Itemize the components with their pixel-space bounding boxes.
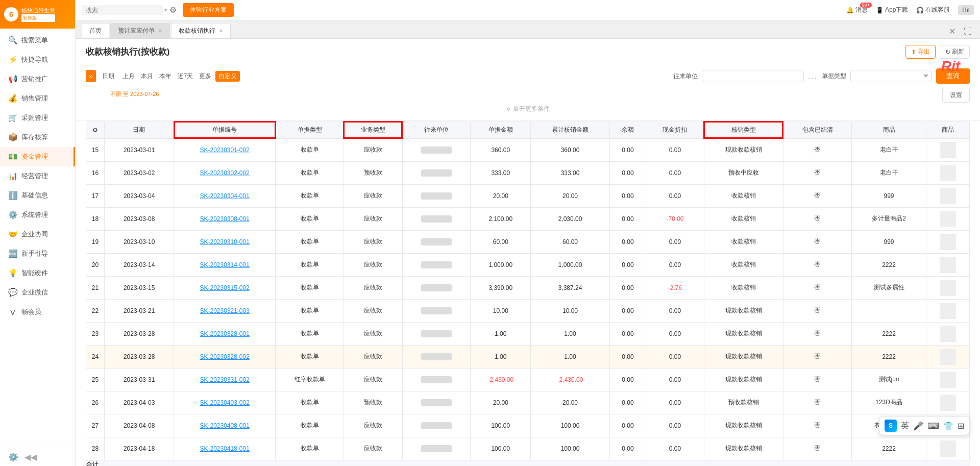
col-gear[interactable]: ⚙ <box>86 121 105 138</box>
search-wrap[interactable]: ▾ <box>82 5 163 15</box>
row-verify-type: 现款收款核销 <box>704 368 783 391</box>
sidebar-item-marketing[interactable]: 📢营销推广 <box>0 69 75 89</box>
tab-collect[interactable]: 收款核销执行 ✕ <box>171 23 231 38</box>
tab-pending[interactable]: 预计应应付单 ✕ <box>110 23 170 38</box>
voucher-no-link[interactable]: SK-20230328-001 <box>200 330 249 337</box>
guide-icon: 🆕 <box>8 249 17 258</box>
sidebar-item-purchase[interactable]: 🛒采购管理 <box>0 108 75 128</box>
table-row: 24 2023-03-28 SK-20230328-002 收款单 应收款 1.… <box>86 345 970 368</box>
voucher-no-link[interactable]: SK-20230310-001 <box>200 238 249 246</box>
row-amount: 333.00 <box>471 161 531 184</box>
tab-close-all-button[interactable]: ✕ <box>947 24 958 38</box>
voucher-no-link[interactable]: SK-20230315-002 <box>200 284 249 291</box>
voucher-no-link[interactable]: SK-20230418-001 <box>200 445 249 452</box>
tab-fullscreen-button[interactable]: ⛶ <box>962 25 974 38</box>
date-custom-button[interactable]: 自定义 <box>215 71 240 82</box>
tab-collect-close[interactable]: ✕ <box>219 28 223 34</box>
solution-button[interactable]: 体验行业方案 <box>183 3 234 17</box>
voucher-no-link[interactable]: SK-20230302-002 <box>200 169 249 177</box>
content-area: 收款核销执行(按收款) ⬆ 导出 ↻ 刷新 » 日期 上月 本月 <box>76 39 980 466</box>
date-last-month-button[interactable]: 上月 <box>120 71 137 82</box>
table-row: 22 2023-03-21 SK-20230321-003 收款单 应收款 10… <box>86 299 970 322</box>
partner-input[interactable] <box>702 70 804 82</box>
voucher-no-link[interactable]: SK-20230328-002 <box>200 353 249 360</box>
row-verify-type: 收款核销 <box>704 253 783 276</box>
sidebar-item-wechat[interactable]: 💬企业微信 <box>0 283 75 302</box>
query-button[interactable]: 查询 <box>936 68 970 84</box>
table-footer: 合计 <box>86 460 970 466</box>
filter-row-1: » 日期 上月 本月 本年 近7天 更多 自定义 往来单位 ... 单据类型 <box>86 68 970 84</box>
sidebar-item-ops[interactable]: 📊经营管理 <box>0 166 75 186</box>
row-no: 16 <box>86 161 105 184</box>
table-row: 23 2023-03-28 SK-20230328-001 收款单 应收款 1.… <box>86 322 970 345</box>
voucher-type-select[interactable] <box>850 70 932 82</box>
online-service-button[interactable]: 🎧 在线客服 <box>916 6 950 14</box>
sidebar-item-sys[interactable]: ⚙️系统管理 <box>0 205 75 225</box>
ops-icon: 📊 <box>8 171 17 181</box>
sidebar-item-label: 经营管理 <box>21 171 48 181</box>
collapse-icon[interactable]: ◀◀ <box>24 452 37 462</box>
row-include-settled: 否 <box>783 138 852 161</box>
row-partner <box>402 276 471 299</box>
voucher-no-link[interactable]: SK-20230301-002 <box>200 146 249 154</box>
table-row: 28 2023-04-18 SK-20230418-001 收款单 应收款 10… <box>86 437 970 460</box>
date-this-year-button[interactable]: 本年 <box>157 71 174 82</box>
row-voucher-type: 收款单 <box>276 161 344 184</box>
date-more-button[interactable]: 更多 <box>197 71 213 82</box>
float-toolbar-mic-icon[interactable]: 🎤 <box>913 421 923 431</box>
voucher-no-link[interactable]: SK-20230408-001 <box>200 422 249 429</box>
message-button[interactable]: 🔔 消息 99+ <box>846 6 868 14</box>
tab-pending-close[interactable]: ✕ <box>158 28 162 34</box>
sidebar-item-corp[interactable]: 🤝企业协同 <box>0 225 75 244</box>
expand-more-label: 展开更多条件 <box>513 105 550 113</box>
row-date: 2023-03-31 <box>105 368 174 391</box>
sidebar-item-guide[interactable]: 🆕新手引导 <box>0 244 75 263</box>
row-date: 2023-03-14 <box>105 253 174 276</box>
topbar: ▾ ⚙ 体验行业方案 🔔 消息 99+ 📱 App下载 🎧 在线客服 Rit <box>76 0 980 20</box>
sidebar-item-inventory[interactable]: 📦库存核算 <box>0 128 75 147</box>
row-biz-type: 应收款 <box>344 207 402 230</box>
float-toolbar-keyboard-icon[interactable]: ⌨ <box>927 421 939 431</box>
table-header: ⚙ 日期 单据编号 单据类型 业务类型 往来单位 单据金额 累计核销金额 余额 … <box>86 121 970 138</box>
filter-expand-button[interactable]: » <box>86 70 96 82</box>
float-toolbar-grid-icon[interactable]: ⊞ <box>958 421 964 431</box>
sidebar-item-basic[interactable]: ℹ️基础信息 <box>0 186 75 205</box>
sidebar-item-finance[interactable]: 💵资金管理 <box>0 147 75 166</box>
voucher-no-link[interactable]: SK-20230304-001 <box>200 192 249 200</box>
export-button[interactable]: ⬆ 导出 <box>905 45 936 59</box>
sidebar-item-member[interactable]: V畅会员 <box>0 302 75 322</box>
date-7days-button[interactable]: 近7天 <box>176 71 195 82</box>
row-partner <box>402 345 471 368</box>
row-include-settled: 否 <box>783 368 852 391</box>
voucher-no-link[interactable]: SK-20230314-001 <box>200 261 249 268</box>
float-toolbar-shirt-icon[interactable]: 👕 <box>943 421 953 431</box>
voucher-no-link[interactable]: SK-20230308-001 <box>200 215 249 223</box>
sidebar-item-sales[interactable]: 💰销售管理 <box>0 89 75 108</box>
voucher-no-link[interactable]: SK-20230321-003 <box>200 307 249 314</box>
sidebar-item-quick[interactable]: ⚡快捷导航 <box>0 50 75 69</box>
row-amount: 3,390.00 <box>471 276 531 299</box>
row-include-settled: 否 <box>783 322 852 345</box>
row-include-settled: 否 <box>783 207 852 230</box>
refresh-button[interactable]: ↻ 刷新 <box>940 45 970 59</box>
sidebar-item-search[interactable]: 🔍搜索菜单 <box>0 31 75 50</box>
user-badge[interactable]: Rit <box>958 5 974 15</box>
row-cumulative: 60.00 <box>531 230 610 253</box>
search-input[interactable] <box>86 7 162 14</box>
voucher-no-link[interactable]: SK-20230403-002 <box>200 399 249 406</box>
date-this-month-button[interactable]: 本月 <box>139 71 155 82</box>
app-download-button[interactable]: 📱 App下载 <box>876 6 908 14</box>
sidebar-item-hardware[interactable]: 💡智能硬件 <box>0 263 75 283</box>
gear-icon[interactable]: ⚙ <box>167 5 179 15</box>
voucher-no-link[interactable]: SK-20230331-002 <box>200 376 249 383</box>
row-cumulative: 2,030.00 <box>531 207 610 230</box>
row-discount: 0.00 <box>646 437 704 460</box>
expand-more-row[interactable]: ∨ 展开更多条件 <box>86 103 970 115</box>
sidebar-item-label: 快捷导航 <box>21 55 48 64</box>
settings-icon[interactable]: ⚙️ <box>8 452 18 462</box>
tab-home[interactable]: 首页 <box>82 23 109 38</box>
tab-pending-label: 预计应应付单 <box>118 27 155 35</box>
float-toolbar-yingwen-icon[interactable]: 英 <box>901 421 909 431</box>
settings-button[interactable]: 设置 <box>942 88 970 103</box>
row-goods: 999 <box>852 230 926 253</box>
